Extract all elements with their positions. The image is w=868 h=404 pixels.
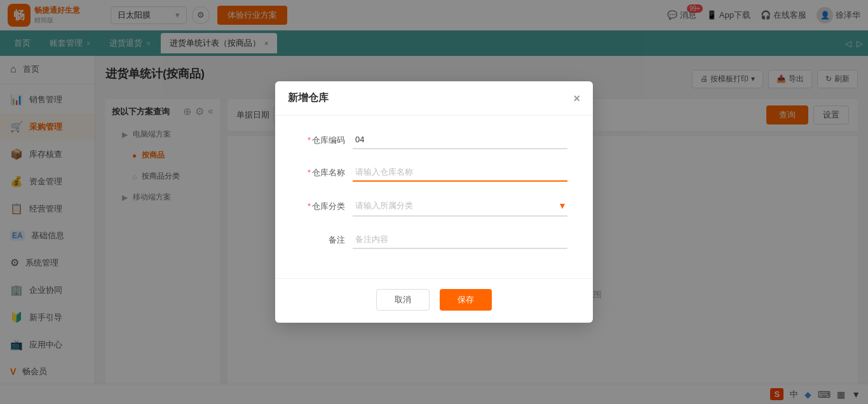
modal-body: *仓库编码 *仓库名称 *仓库分类 请输入所属分类 ▾ <box>275 116 593 278</box>
remark-row: 备注 <box>301 231 567 249</box>
modal-footer: 取消 保存 <box>275 278 593 321</box>
save-button[interactable]: 保存 <box>440 289 492 311</box>
modal-header: 新增仓库 × <box>275 81 593 116</box>
warehouse-category-select[interactable]: 请输入所属分类 ▾ <box>353 196 567 217</box>
warehouse-code-label: *仓库编码 <box>301 135 345 146</box>
warehouse-name-label: *仓库名称 <box>301 167 345 178</box>
warehouse-name-row: *仓库名称 <box>301 163 567 182</box>
warehouse-category-label: *仓库分类 <box>301 201 345 212</box>
warehouse-category-row: *仓库分类 请输入所属分类 ▾ <box>301 196 567 217</box>
remark-input[interactable] <box>353 231 567 249</box>
warehouse-code-input[interactable] <box>353 131 567 149</box>
modal-overlay: 新增仓库 × *仓库编码 *仓库名称 *仓库分类 <box>0 0 868 404</box>
modal-close-button[interactable]: × <box>573 93 580 104</box>
cancel-button[interactable]: 取消 <box>376 289 430 311</box>
warehouse-code-row: *仓库编码 <box>301 131 567 149</box>
modal-title: 新增仓库 <box>288 91 329 105</box>
add-warehouse-modal: 新增仓库 × *仓库编码 *仓库名称 *仓库分类 <box>275 81 593 323</box>
warehouse-name-input[interactable] <box>353 163 567 182</box>
select-arrow-icon: ▾ <box>560 199 565 212</box>
remark-label: 备注 <box>301 234 345 246</box>
